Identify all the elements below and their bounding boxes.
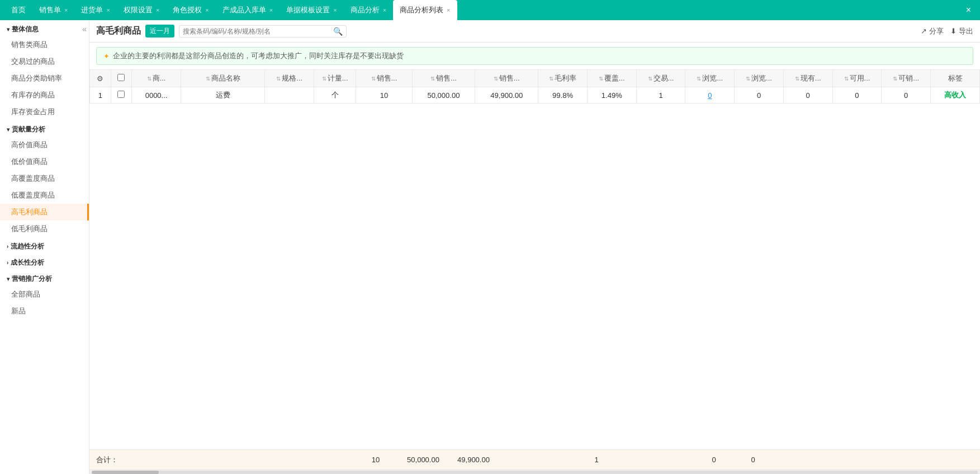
col-header-content: ⇅浏览... <box>737 73 781 83</box>
tab-close-icon[interactable]: × <box>447 7 450 13</box>
sidebar-group-流趋性分析: ›流趋性分析 <box>0 237 89 254</box>
sidebar-item-交易过的商品[interactable]: 交易过的商品 <box>0 53 89 70</box>
search-box: 🔍 <box>179 25 347 37</box>
footer-cell-1 <box>158 456 174 464</box>
footer-cell-12 <box>616 456 655 464</box>
row-sellable: 0 <box>882 87 931 104</box>
table-column-header-13[interactable]: ⇅浏览... <box>735 70 784 87</box>
export-button[interactable]: ⬇ 导出 <box>950 26 973 36</box>
sort-icon[interactable]: ⇅ <box>599 76 603 82</box>
nav-tab-销售单[interactable]: 销售单× <box>32 0 74 20</box>
sidebar-item-有库存的商品[interactable]: 有库存的商品 <box>0 87 89 104</box>
sidebar-item-新品[interactable]: 新品 <box>0 303 89 320</box>
nav-tab-进货单[interactable]: 进货单× <box>74 0 116 20</box>
sort-icon[interactable]: ⇅ <box>322 76 326 82</box>
table-column-header-0: ⚙ <box>90 70 111 87</box>
table-column-header-3[interactable]: ⇅商品名称 <box>181 70 264 87</box>
sidebar-item-库存资金占用[interactable]: 库存资金占用 <box>0 104 89 120</box>
tab-close-icon[interactable]: × <box>269 7 273 13</box>
tab-close-icon[interactable]: × <box>106 7 110 13</box>
footer-cell-7: 50,000.00 <box>398 456 448 464</box>
footer-cell-11: 1 <box>577 456 616 464</box>
info-text: 企业的主要的利润都是这部分商品创造的，可考虑加大推广，同时关注库存是不要出现缺货 <box>113 51 404 61</box>
sidebar-item-高价值商品[interactable]: 高价值商品 <box>0 137 89 153</box>
sort-icon[interactable]: ⇅ <box>494 76 498 82</box>
table-column-header-10[interactable]: ⇅覆盖... <box>587 70 636 87</box>
sidebar-group-title[interactable]: ›成长性分析 <box>0 254 89 270</box>
table-column-header-1 <box>111 70 132 87</box>
nav-tab-产成品入库单[interactable]: 产成品入库单× <box>216 0 280 20</box>
tab-close-icon[interactable]: × <box>205 7 209 13</box>
tab-close-icon[interactable]: × <box>333 7 337 13</box>
nav-tab-单据模板设置[interactable]: 单据模板设置× <box>280 0 343 20</box>
table-column-header-8[interactable]: ⇅销售... <box>475 70 538 87</box>
scroll-thumb[interactable] <box>92 471 159 474</box>
search-input[interactable] <box>183 27 333 35</box>
table-column-header-6[interactable]: ⇅销售... <box>356 70 412 87</box>
row-sales3: 49,900.00 <box>475 87 538 104</box>
sidebar-item-全部商品[interactable]: 全部商品 <box>0 286 89 303</box>
nav-tab-角色授权[interactable]: 角色授权× <box>166 0 215 20</box>
sidebar-group-title[interactable]: ▾整体信息 <box>0 20 89 36</box>
time-filter-button[interactable]: 近一月 <box>145 25 174 37</box>
sort-icon[interactable]: ⇅ <box>648 76 652 82</box>
nav-tab-首页[interactable]: 首页 <box>4 0 32 20</box>
sidebar-group-title[interactable]: ▾营销推广分析 <box>0 270 89 286</box>
close-all-tabs[interactable]: × <box>962 5 976 15</box>
table-column-header-5[interactable]: ⇅计量... <box>314 70 356 87</box>
group-arrow-icon: ▾ <box>7 26 10 32</box>
tab-close-icon[interactable]: × <box>64 7 68 13</box>
table-column-header-16[interactable]: ⇅可销... <box>882 70 931 87</box>
sidebar-item-高毛利商品[interactable]: 高毛利商品 <box>0 204 89 220</box>
table-column-header-11[interactable]: ⇅交易... <box>636 70 685 87</box>
table-column-header-7[interactable]: ⇅销售... <box>412 70 475 87</box>
sidebar-collapse-button[interactable]: « <box>82 25 87 34</box>
sort-icon[interactable]: ⇅ <box>430 76 435 82</box>
row-browse1-link[interactable]: 0 <box>708 91 712 100</box>
col-header-content: ⇅商... <box>134 73 178 83</box>
sort-icon[interactable]: ⇅ <box>371 76 376 82</box>
nav-tab-商品分析列表[interactable]: 商品分析列表× <box>393 0 457 20</box>
sidebar-item-销售类商品[interactable]: 销售类商品 <box>0 36 89 53</box>
table-column-header-14[interactable]: ⇅现有... <box>783 70 832 87</box>
group-arrow-icon: › <box>7 260 8 266</box>
sort-icon[interactable]: ⇅ <box>206 76 210 82</box>
share-icon: ↗ <box>921 27 927 35</box>
sidebar-group-title[interactable]: ›流趋性分析 <box>0 237 89 254</box>
horizontal-scrollbar[interactable] <box>89 470 980 474</box>
table-column-header-4[interactable]: ⇅规格... <box>265 70 314 87</box>
sort-icon[interactable]: ⇅ <box>147 76 152 82</box>
share-button[interactable]: ↗ 分享 <box>921 26 944 36</box>
search-icon[interactable]: 🔍 <box>333 27 343 36</box>
content-header: 高毛利商品 近一月 🔍 ↗ 分享 ⬇ 导出 <box>89 20 980 43</box>
sort-icon[interactable]: ⇅ <box>893 76 897 82</box>
sidebar-group-title[interactable]: ▾贡献量分析 <box>0 120 89 137</box>
select-all-checkbox[interactable] <box>117 74 125 81</box>
sidebar-item-商品分类助销率[interactable]: 商品分类助销率 <box>0 70 89 87</box>
sidebar-item-低价值商品[interactable]: 低价值商品 <box>0 153 89 170</box>
row-select-checkbox[interactable] <box>117 91 125 98</box>
content-area: 高毛利商品 近一月 🔍 ↗ 分享 ⬇ 导出 ✦ 企业的主要的利润都是这部分商品创… <box>89 20 980 474</box>
tab-close-icon[interactable]: × <box>383 7 386 13</box>
sort-icon[interactable]: ⇅ <box>549 76 553 82</box>
footer-cell-16 <box>773 456 812 464</box>
table-column-header-2[interactable]: ⇅商... <box>132 70 181 87</box>
sort-icon[interactable]: ⇅ <box>276 76 281 82</box>
nav-tab-商品分析[interactable]: 商品分析× <box>344 0 393 20</box>
sort-icon[interactable]: ⇅ <box>697 76 701 82</box>
sort-icon[interactable]: ⇅ <box>746 76 750 82</box>
footer-cell-3 <box>214 456 281 464</box>
sort-icon[interactable]: ⇅ <box>844 76 849 82</box>
nav-tab-权限设置[interactable]: 权限设置× <box>117 0 166 20</box>
tab-close-icon[interactable]: × <box>156 7 159 13</box>
sidebar-item-低覆盖度商品[interactable]: 低覆盖度商品 <box>0 187 89 204</box>
table-column-header-9[interactable]: ⇅毛利率 <box>538 70 588 87</box>
info-icon: ✦ <box>103 52 110 60</box>
sidebar-item-低毛利商品[interactable]: 低毛利商品 <box>0 220 89 237</box>
sort-icon[interactable]: ⇅ <box>795 76 799 82</box>
scroll-track[interactable] <box>92 471 978 474</box>
data-table: ⚙⇅商...⇅商品名称⇅规格...⇅计量...⇅销售...⇅销售...⇅销售..… <box>89 69 980 104</box>
table-column-header-12[interactable]: ⇅浏览... <box>685 70 735 87</box>
sidebar-item-高覆盖度商品[interactable]: 高覆盖度商品 <box>0 170 89 187</box>
table-column-header-15[interactable]: ⇅可用... <box>832 70 882 87</box>
